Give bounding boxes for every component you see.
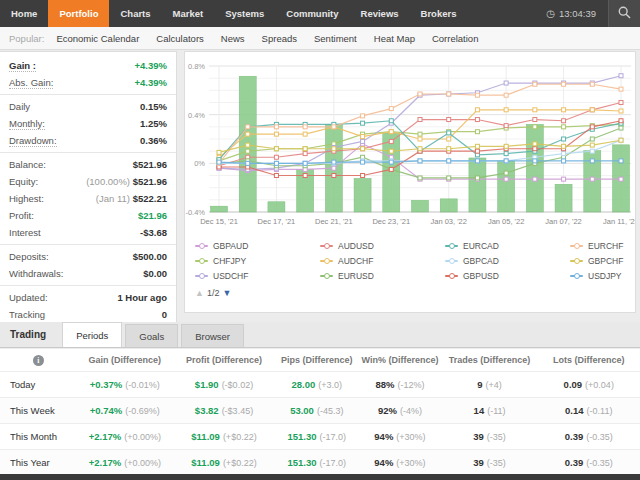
popular-item-spreads[interactable]: Spreads [262, 33, 297, 44]
cell-value: 39 [473, 457, 484, 468]
nav-item-reviews[interactable]: Reviews [350, 0, 410, 27]
series-marker-gbpchf [418, 147, 422, 151]
legend-marker-icon [320, 275, 333, 277]
series-marker-usdjpy [447, 159, 451, 163]
legend-item-usdjpy[interactable]: USDJPY [570, 268, 640, 283]
series-marker-gbpchf [590, 143, 594, 147]
table-row-today: Today+0.37%(-0.01%)$1.90(-$0.02)28.00(+3… [0, 372, 640, 398]
cell-value: +2.17% [89, 431, 122, 442]
cell-value: 151.30 [287, 457, 316, 468]
cell-difference: (-45.3) [317, 406, 344, 416]
legend-label: EURCAD [463, 241, 499, 251]
popular-item-economic-calendar[interactable]: Economic Calendar [56, 33, 139, 44]
gain-chart[interactable]: 0.8%0.4%0%-0.4%Dec 15, '21Dec 17, '21Dec… [185, 52, 635, 234]
series-marker-eurchf [619, 87, 623, 91]
table-row-this-week: This Week+0.74%(-0.69%)$3.82(-$3.45)53.0… [0, 398, 640, 424]
series-marker-usdchf [361, 139, 365, 143]
stat-label[interactable]: Monthly: [9, 118, 45, 130]
series-marker-eurcad [504, 152, 508, 156]
popular-item-correlation[interactable]: Correlation [432, 33, 478, 44]
popular-item-news[interactable]: News [221, 33, 245, 44]
info-icon[interactable]: i [33, 355, 44, 366]
popular-item-calculators[interactable]: Calculators [156, 33, 204, 44]
cell-value: +2.17% [89, 457, 122, 468]
tab-browser[interactable]: Browser [181, 324, 244, 347]
series-marker-audusd [303, 152, 307, 156]
nav-item-home[interactable]: Home [0, 0, 48, 27]
legend-item-eurchf[interactable]: EURCHF [570, 238, 640, 253]
legend-item-audusd[interactable]: AUDUSD [320, 238, 445, 253]
cell-value: 39 [473, 431, 484, 442]
stat-value: 1 Hour ago [117, 292, 167, 303]
series-marker-gbpchf [274, 147, 278, 151]
sidebar-row-gain: Gain :+4.39% [0, 57, 176, 74]
nav-item-systems[interactable]: Systems [214, 0, 275, 27]
series-marker-eurusd [418, 176, 422, 180]
series-marker-eurchf [274, 125, 278, 129]
chart-card: 0.8%0.4%0%-0.4%Dec 15, '21Dec 17, '21Dec… [184, 51, 636, 313]
table-row-this-year: This Year+2.17%(+0.00%)$11.09(+$0.22)151… [0, 450, 640, 476]
series-marker-gbpaud [533, 177, 537, 181]
daily-gain-bar [498, 161, 515, 212]
series-marker-gbpusd [619, 119, 623, 123]
cell-pips: 151.30(-17.0) [275, 431, 358, 442]
stat-label: Deposits: [9, 251, 49, 262]
nav-item-brokers[interactable]: Brokers [410, 0, 468, 27]
cell-value: +0.37% [90, 379, 123, 390]
stat-label: Highest: [9, 193, 44, 204]
cell-trades: 9(+4) [442, 379, 538, 390]
x-tick-label: Dec 21, '21 [315, 217, 353, 226]
cell-value: 0.39 [565, 431, 584, 442]
nav-item-community[interactable]: Community [275, 0, 349, 27]
series-marker-eurusd [475, 176, 479, 180]
legend-item-eurusd[interactable]: EURUSD [320, 268, 445, 283]
series-marker-usdjpy [217, 160, 221, 164]
table-row-this-month: This Month+2.17%(+0.00%)$11.09(+$0.22)15… [0, 424, 640, 450]
cell-trades: 39(-35) [442, 431, 538, 442]
legend-item-usdchf[interactable]: USDCHF [195, 268, 320, 283]
legend-item-audchf[interactable]: AUDCHF [320, 253, 445, 268]
daily-gain-bar [412, 200, 429, 212]
stat-label[interactable]: Drawdown: [9, 135, 57, 147]
legend-item-gbpusd[interactable]: GBPUSD [445, 268, 570, 283]
cell-gain: +2.17%(+0.00%) [77, 431, 173, 442]
search-button[interactable] [608, 0, 640, 27]
cell-win: 92%(-4%) [358, 405, 441, 416]
table-header-row: iGain (Difference)Profit (Difference)Pip… [0, 349, 640, 372]
legend-item-chfjpy[interactable]: CHFJPY [195, 253, 320, 268]
series-marker-chfjpy [562, 125, 566, 129]
nav-item-charts[interactable]: Charts [109, 0, 161, 27]
trading-section-label: Trading [10, 329, 46, 340]
stat-label[interactable]: Abs. Gain: [9, 77, 53, 89]
stat-label[interactable]: Gain : [9, 60, 36, 72]
legend-item-gbpcad[interactable]: GBPCAD [445, 253, 570, 268]
nav-item-portfolio[interactable]: Portfolio [48, 0, 109, 27]
legend-item-gbpchf[interactable]: GBPCHF [570, 253, 640, 268]
cell-win: 94%(+30%) [358, 431, 441, 442]
sidebar-row-updated: Updated:1 Hour ago [0, 289, 176, 306]
daily-gain-bar [526, 124, 543, 212]
series-marker-gbpaud [590, 177, 594, 181]
tab-periods[interactable]: Periods [62, 322, 122, 347]
stats-sidebar: Gain :+4.39%Abs. Gain:+4.39%Daily0.15%Mo… [0, 51, 177, 330]
page-down-icon[interactable]: ▼ [222, 288, 231, 298]
sidebar-row-balance: Balance:$521.96 [0, 156, 176, 173]
legend-item-eurcad[interactable]: EURCAD [445, 238, 570, 253]
legend-item-gbpaud[interactable]: GBPAUD [195, 238, 320, 253]
stat-value: $21.96 [138, 210, 167, 221]
popular-item-heat-map[interactable]: Heat Map [374, 33, 415, 44]
page-up-icon[interactable]: ▲ [195, 288, 204, 298]
cell-lots: 0.14(-0.11) [538, 405, 640, 416]
series-marker-usdchf [504, 81, 508, 85]
nav-item-market[interactable]: Market [162, 0, 215, 27]
cell-value: 94% [374, 457, 393, 468]
tab-goals[interactable]: Goals [125, 324, 178, 347]
stat-value: +4.39% [135, 77, 168, 88]
row-label: This Week [0, 405, 77, 416]
series-marker-audchf [418, 137, 422, 141]
series-marker-eurchf [332, 125, 336, 129]
x-tick-label: Jan 03, '22 [430, 217, 466, 226]
series-marker-gbpchf [533, 142, 537, 146]
stat-value: (100.00%) $521.96 [86, 176, 167, 187]
popular-item-sentiment[interactable]: Sentiment [314, 33, 357, 44]
